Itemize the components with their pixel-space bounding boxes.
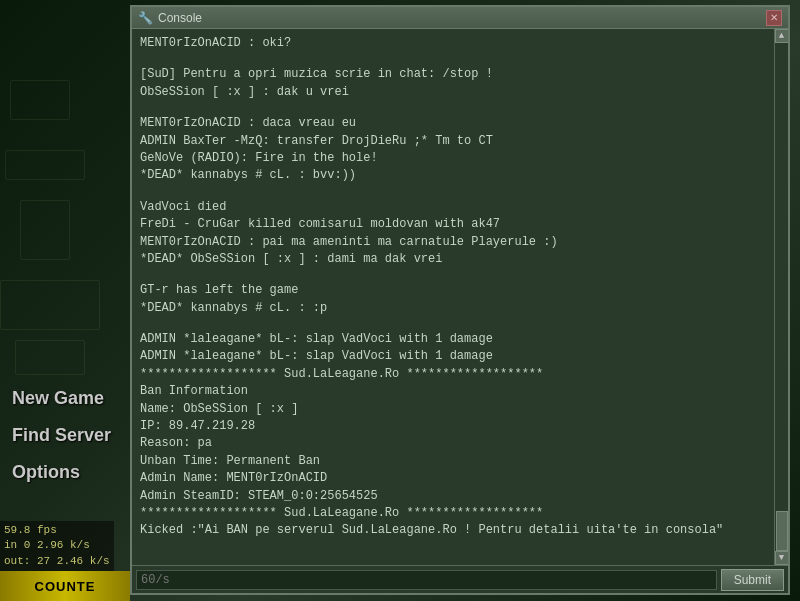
console-message-line: VadVoci died: [140, 199, 766, 216]
in-label: in: [4, 539, 17, 551]
console-message-line: ADMIN *laleagane* bL-: slap VadVoci with…: [140, 331, 766, 348]
console-message-line: ObSeSSion [ :x ] : dak u vrei: [140, 84, 766, 101]
circuit-decoration: [15, 340, 85, 375]
console-message-line: ******************* Sud.LaLeagane.Ro ***…: [140, 366, 766, 383]
scroll-up-arrow[interactable]: ▲: [775, 29, 789, 43]
scroll-down-arrow[interactable]: ▼: [775, 551, 789, 565]
bg-decoration: [0, 0, 130, 601]
console-message-line: *DEAD* kannabys # cL. : bvv:)): [140, 167, 766, 184]
console-message-line: [SuD] Pentru a opri muzica scrie in chat…: [140, 66, 766, 83]
console-message-line: Ban Information: [140, 383, 766, 400]
console-message-line: GT-r has left the game: [140, 282, 766, 299]
console-message-line: [140, 268, 766, 282]
circuit-decoration: [10, 80, 70, 120]
console-input-row: Submit: [132, 565, 788, 593]
console-message-line: Kicked :"Ai BAN pe serverul Sud.LaLeagan…: [140, 522, 766, 539]
console-scrollbar[interactable]: ▲ ▼: [774, 29, 788, 565]
console-window: 🔧 Console ✕ MENT0rIzOnACID : oki?[SuD] P…: [130, 5, 790, 595]
scrollbar-track[interactable]: [775, 43, 788, 551]
console-message-line: [140, 52, 766, 66]
scrollbar-thumb[interactable]: [776, 511, 788, 551]
console-message-line: [140, 185, 766, 199]
console-message-line: *DEAD* kannabys # cL. : :p: [140, 300, 766, 317]
console-message-line: ******************* Sud.LaLeagane.Ro ***…: [140, 505, 766, 522]
stats-display: 59.8 fps in 0 2.96 k/s out: 27 2.46 k/s: [0, 521, 114, 571]
in-value: 0 2.96 k/s: [24, 539, 90, 551]
console-icon: 🔧: [138, 11, 152, 25]
console-message-line: Admin Name: MENT0rIzOnACID: [140, 470, 766, 487]
submit-button[interactable]: Submit: [721, 569, 784, 591]
new-game-button[interactable]: New Game: [0, 380, 130, 417]
console-titlebar: 🔧 Console ✕: [132, 7, 788, 29]
console-title-text: Console: [158, 11, 202, 25]
console-message-line: Reason: pa: [140, 435, 766, 452]
console-title-area: 🔧 Console: [138, 11, 202, 25]
main-menu: New Game Find Server Options: [0, 380, 130, 491]
console-message-line: Unban Time: Permanent Ban: [140, 453, 766, 470]
out-value: 27 2.46 k/s: [37, 555, 110, 567]
console-message-line: MENT0rIzOnACID : pai ma ameninti ma carn…: [140, 234, 766, 251]
console-message-line: [140, 317, 766, 331]
find-server-button[interactable]: Find Server: [0, 417, 130, 454]
options-button[interactable]: Options: [0, 454, 130, 491]
console-message-line: Name: ObSeSSion [ :x ]: [140, 401, 766, 418]
console-content-area: MENT0rIzOnACID : oki?[SuD] Pentru a opri…: [132, 29, 788, 565]
console-message-line: IP: 89.47.219.28: [140, 418, 766, 435]
console-message-line: *DEAD* ObSeSSion [ :x ] : dami ma dak vr…: [140, 251, 766, 268]
console-message-line: ADMIN BaxTer -MzQ: transfer DrojDieRu ;*…: [140, 133, 766, 150]
console-messages: MENT0rIzOnACID : oki?[SuD] Pentru a opri…: [132, 29, 774, 565]
close-button[interactable]: ✕: [766, 10, 782, 26]
console-message-line: MENT0rIzOnACID : daca vreau eu: [140, 115, 766, 132]
circuit-decoration: [0, 280, 100, 330]
console-message-line: FreDi - CruGar killed comisarul moldovan…: [140, 216, 766, 233]
cs-logo: COUNTE: [0, 571, 130, 601]
console-input[interactable]: [136, 570, 717, 590]
console-message-line: [140, 101, 766, 115]
console-message-line: Admin SteamID: STEAM_0:0:25654525: [140, 488, 766, 505]
console-message-line: ADMIN *laleagane* bL-: slap VadVoci with…: [140, 348, 766, 365]
cs-logo-text: COUNTE: [35, 579, 96, 594]
console-message-line: MENT0rIzOnACID : oki?: [140, 35, 766, 52]
out-label: out:: [4, 555, 30, 567]
fps-value: 59.8 fps: [4, 524, 57, 536]
console-message-line: GeNoVe (RADIO): Fire in the hole!: [140, 150, 766, 167]
circuit-decoration: [5, 150, 85, 180]
circuit-decoration: [20, 200, 70, 260]
